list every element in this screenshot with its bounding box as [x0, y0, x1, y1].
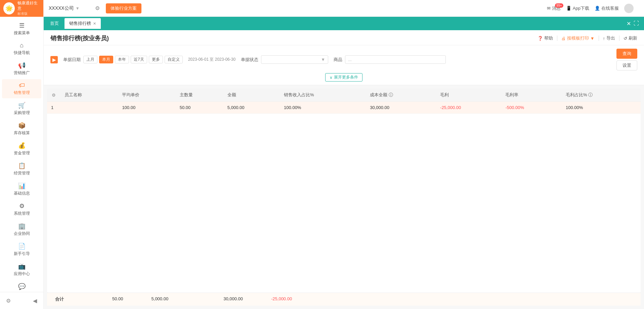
- sidebar-icon-11: 📄: [18, 243, 26, 250]
- sidebar-label-11: 新手引导: [14, 251, 30, 257]
- help-icon: ❓: [538, 36, 543, 41]
- sidebar-icon-6: 💰: [18, 142, 26, 149]
- logo-icon: 🌟: [3, 2, 15, 14]
- tab-home[interactable]: 首页: [45, 18, 63, 29]
- expand-row: ∨ 展开更多条件: [50, 73, 637, 82]
- sidebar-item-2[interactable]: 📢营销推广: [2, 59, 41, 79]
- sidebar: 🌟 畅康通好生意 标准版 ☰搜索菜单⌂快捷导航📢营销推广🏷销售管理🛒采购管理📦库…: [0, 0, 44, 309]
- sidebar-label-1: 快捷导航: [14, 50, 30, 56]
- company-select[interactable]: XXXXX公司 ▼: [49, 5, 89, 11]
- company-name: XXXXX公司: [49, 5, 74, 11]
- sidebar-item-0[interactable]: ☰搜索菜单: [2, 19, 41, 39]
- page-header: 销售排行榜(按业务员) ❓ 帮助 🖨 按模板打印 ▼ ↑ 导出: [44, 30, 644, 45]
- date-btn-this-year[interactable]: 本年: [115, 56, 129, 63]
- refresh-button[interactable]: ↺ 刷新: [624, 35, 637, 41]
- footer-label-cell: 合计: [51, 296, 68, 302]
- table-container: ⚙ 员工名称 平均单价 主数量 全额 销售收入占比% 成本全额 ⓘ 毛利 毛利率…: [47, 89, 641, 293]
- sidebar-icon-8: 📊: [18, 182, 26, 190]
- message-icon: ✉: [547, 6, 551, 11]
- tab-bar-right: ✕ ⛶: [627, 20, 642, 27]
- sidebar-item-4[interactable]: 🛒采购管理: [2, 99, 41, 118]
- status-filter-group: 单据状态 ▼: [241, 55, 328, 64]
- main-area: XXXXX公司 ▼ ⚙ 体验行业方案 ✉ 消息 99+ 📱 App下载 👤 在线…: [44, 0, 644, 309]
- sidebar-label-7: 经营管理: [14, 170, 30, 176]
- sidebar-menu: ☰搜索菜单⌂快捷导航📢营销推广🏷销售管理🛒采购管理📦库存核算💰资金管理📋经营管理…: [0, 17, 43, 292]
- query-button[interactable]: 查询: [616, 49, 637, 59]
- settings-footer-icon[interactable]: ⚙: [3, 296, 13, 306]
- export-label: 导出: [606, 35, 615, 41]
- expand-chevron-icon: ∨: [330, 75, 333, 80]
- online-service-button[interactable]: 👤 在线客服: [595, 5, 619, 11]
- sidebar-item-10[interactable]: 🏢企业协同: [2, 220, 41, 239]
- goods-filter-group: 商品 ...: [334, 55, 446, 64]
- logo-text: 畅康通好生意: [17, 1, 40, 11]
- sidebar-item-11[interactable]: 📄新手引导: [2, 240, 41, 259]
- sidebar-item-7[interactable]: 📋经营管理: [2, 159, 41, 179]
- setting-button[interactable]: 设置: [616, 60, 637, 70]
- col-employee: 员工名称: [60, 89, 118, 102]
- cell-gross: -25,000.00: [436, 102, 501, 114]
- goods-input[interactable]: ...: [345, 55, 446, 64]
- user-avatar[interactable]: [624, 4, 634, 13]
- expand-label: 展开更多条件: [334, 74, 358, 80]
- collapse-sidebar-icon[interactable]: ◀: [30, 296, 40, 306]
- tab-expand-icon[interactable]: ⛶: [634, 20, 639, 27]
- sidebar-item-13[interactable]: 💬企业微信: [2, 280, 41, 292]
- app-download-button[interactable]: 📱 App下载: [566, 5, 589, 11]
- table-footer: 合计 50.00 5,000.00 30,000.00 -25,000.00: [47, 293, 641, 306]
- date-range-text: 2023-06-01 至 2023-06-30: [188, 57, 235, 62]
- app-download-icon: 📱: [566, 6, 571, 11]
- sidebar-footer: ⚙ ◀: [0, 292, 43, 309]
- page-actions: ❓ 帮助 🖨 按模板打印 ▼ ↑ 导出 ↺ 刷新: [538, 35, 637, 41]
- tab-close-window-icon[interactable]: ✕: [627, 20, 631, 27]
- sidebar-item-9[interactable]: ⚙系统管理: [2, 200, 41, 219]
- sidebar-item-3[interactable]: 🏷销售管理: [2, 79, 41, 98]
- goods-dots: ...: [348, 57, 352, 62]
- sidebar-label-12: 应用中心: [14, 271, 30, 277]
- cell-total: 5,000.00: [223, 102, 280, 114]
- cell-qty: 50.00: [176, 102, 223, 114]
- filter-toggle-btn[interactable]: ▶: [50, 56, 58, 63]
- sidebar-item-1[interactable]: ⌂快捷导航: [2, 39, 41, 58]
- tab-bar: 首页 销售排行榜 ✕ ✕ ⛶: [44, 17, 644, 30]
- print-button[interactable]: 🖨 按模板打印 ▼: [561, 35, 595, 41]
- sidebar-item-12[interactable]: 📺应用中心: [2, 260, 41, 279]
- sidebar-item-8[interactable]: 📊基础信息: [2, 179, 41, 199]
- goods-label: 商品: [334, 57, 342, 63]
- tab-sales-ranking[interactable]: 销售排行榜 ✕: [65, 18, 101, 29]
- export-icon: ↑: [603, 36, 605, 41]
- message-button[interactable]: ✉ 消息 99+: [547, 5, 561, 11]
- col-avg-price: 平均单价: [118, 89, 175, 102]
- sidebar-label-10: 企业协同: [14, 231, 30, 237]
- sidebar-icon-1: ⌂: [20, 42, 24, 49]
- online-service-label: 在线客服: [601, 5, 619, 11]
- date-btn-7days[interactable]: 近7天: [131, 56, 147, 63]
- try-industry-button[interactable]: 体验行业方案: [106, 3, 141, 13]
- sidebar-icon-9: ⚙: [19, 202, 25, 210]
- filter-row: ▶ 单据日期 上月 本月 本年 近7天 更多 自定义 2023-06-01 至 …: [50, 49, 637, 70]
- expand-more-btn[interactable]: ∨ 展开更多条件: [325, 73, 362, 82]
- tab-close-icon[interactable]: ✕: [93, 21, 96, 26]
- divider-1: [557, 36, 557, 41]
- topbar-right: ✉ 消息 99+ 📱 App下载 👤 在线客服: [547, 4, 639, 13]
- sidebar-item-6[interactable]: 💰资金管理: [2, 139, 41, 159]
- status-select[interactable]: ▼: [261, 55, 328, 64]
- table-row: 1 100.00 50.00 5,000.00 100.00% 30,000.0…: [47, 102, 641, 114]
- help-button[interactable]: ❓ 帮助: [538, 35, 553, 41]
- divider-3: [619, 36, 619, 41]
- cell-sales-pct: 100.00%: [280, 102, 366, 114]
- filter-bar: ▶ 单据日期 上月 本月 本年 近7天 更多 自定义 2023-06-01 至 …: [44, 45, 644, 85]
- date-btn-this-month[interactable]: 本月: [99, 56, 113, 63]
- export-button[interactable]: ↑ 导出: [603, 35, 615, 41]
- sales-table: ⚙ 员工名称 平均单价 主数量 全额 销售收入占比% 成本全额 ⓘ 毛利 毛利率…: [47, 89, 641, 114]
- date-btn-last-month[interactable]: 上月: [83, 56, 97, 63]
- sidebar-label-5: 库存核算: [14, 130, 30, 136]
- date-btn-custom[interactable]: 自定义: [165, 56, 183, 63]
- date-btn-more[interactable]: 更多: [149, 56, 163, 63]
- online-service-icon: 👤: [595, 6, 600, 11]
- sidebar-label-0: 搜索菜单: [14, 30, 30, 36]
- logo-sub: 标准版: [17, 11, 40, 16]
- sidebar-item-5[interactable]: 📦库存核算: [2, 119, 41, 139]
- topbar-settings-icon[interactable]: ⚙: [92, 3, 102, 13]
- col-gross: 毛利: [436, 89, 501, 102]
